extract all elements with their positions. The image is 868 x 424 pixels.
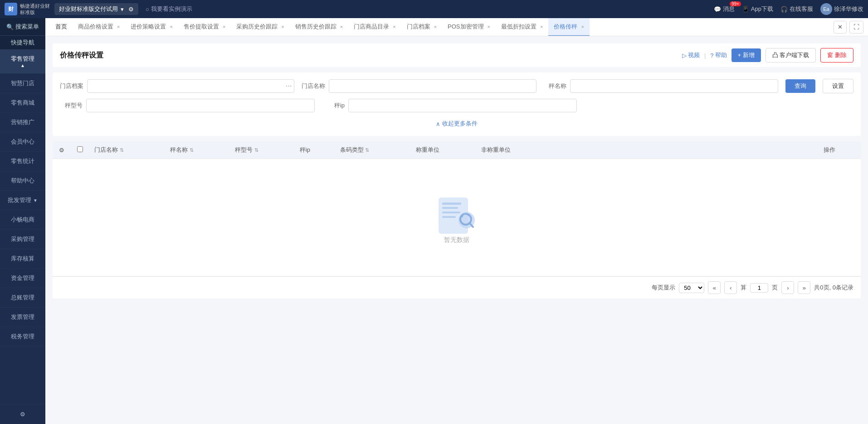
message-icon: 💬 bbox=[714, 6, 721, 13]
tab-purchase-strategy[interactable]: 进价策略设置 × bbox=[125, 18, 178, 36]
video-link[interactable]: ▷ 视频 bbox=[682, 51, 700, 59]
sidebar-item-retail-stats[interactable]: 零售统计 bbox=[0, 152, 45, 171]
message-badge: 99+ bbox=[730, 1, 741, 6]
tab-store-archive[interactable]: 门店档案 × bbox=[401, 18, 442, 36]
table-settings-icon[interactable]: ⚙ bbox=[59, 147, 64, 154]
empty-illustration bbox=[429, 191, 484, 236]
svg-point-9 bbox=[464, 214, 466, 215]
page-content: 价格传秤设置 ▷ 视频 | ? 帮助 + 新增 bbox=[45, 36, 868, 424]
sidebar-item-marketing[interactable]: 营销推广 bbox=[0, 113, 45, 132]
sidebar-item-small-ecom[interactable]: 小畅电商 bbox=[0, 210, 45, 230]
app-download-button[interactable]: 📱 App下载 bbox=[742, 5, 773, 13]
scale-model-input[interactable] bbox=[86, 99, 315, 112]
tab-sale-history[interactable]: 销售历史价跟踪 × bbox=[290, 18, 348, 36]
avatar: Ea bbox=[820, 3, 832, 15]
sidebar-item-inventory[interactable]: 库存核算 bbox=[0, 249, 45, 269]
store-name-label: 门店名称 bbox=[302, 82, 325, 90]
store-archive-dots-icon[interactable]: ··· bbox=[286, 82, 292, 90]
tab-close-pos-encrypt[interactable]: × bbox=[488, 24, 490, 29]
page-title: 价格传秤设置 bbox=[60, 51, 103, 60]
content-area: 首页 商品价格设置 × 进价策略设置 × 售价提取设置 × 采购历史价跟踪 × bbox=[45, 18, 868, 424]
sidebar-item-finance[interactable]: 资金管理 bbox=[0, 269, 45, 288]
tab-close-all-button[interactable]: ✕ bbox=[834, 21, 847, 34]
download-button[interactable]: 凸 客户端下载 bbox=[766, 48, 816, 63]
sidebar-search[interactable]: 🔍 搜索菜单 bbox=[0, 18, 45, 35]
tab-pos-encrypt[interactable]: POS加密管理 × bbox=[442, 18, 496, 36]
sidebar-item-member[interactable]: 会员中心 bbox=[0, 132, 45, 152]
empty-state-cell: 暂无数据 bbox=[53, 159, 861, 276]
store-name-input[interactable] bbox=[329, 79, 536, 93]
sidebar-item-smart-store[interactable]: 智慧门店 bbox=[0, 74, 45, 93]
sidebar-item-help[interactable]: 帮助中心 bbox=[0, 171, 45, 191]
svg-point-8 bbox=[461, 216, 463, 217]
tab-close-purchase-strategy[interactable]: × bbox=[170, 24, 172, 29]
data-table: ⚙ 门店名称 ⇅ bbox=[53, 141, 861, 276]
sidebar-item-retail[interactable]: 零售管理 ▲ bbox=[0, 49, 45, 74]
tab-bar-actions: ✕ ⛶ bbox=[834, 21, 863, 34]
delete-button[interactable]: 窗 删除 bbox=[820, 48, 853, 63]
setting-button[interactable]: 设置 bbox=[823, 79, 853, 93]
scale-name-input[interactable] bbox=[570, 79, 778, 93]
tab-close-purchase-history[interactable]: × bbox=[281, 24, 284, 29]
chevron-down-icon: ▾ bbox=[121, 6, 124, 13]
sidebar-item-general-ledger[interactable]: 总账管理 bbox=[0, 288, 45, 308]
tab-close-price-relay[interactable]: × bbox=[581, 24, 584, 29]
page-size-select[interactable]: 102050100 bbox=[679, 283, 704, 293]
tab-close-min-discount[interactable]: × bbox=[540, 24, 543, 29]
store-archive-input[interactable] bbox=[87, 79, 294, 93]
sort-scale-name-icon[interactable]: ⇅ bbox=[190, 147, 194, 153]
tab-price-setting[interactable]: 商品价格设置 × bbox=[73, 18, 125, 36]
collapse-button[interactable]: ∧ 收起更多条件 bbox=[60, 118, 853, 130]
select-all-checkbox[interactable] bbox=[77, 146, 83, 152]
sidebar-item-tax[interactable]: 税务管理 bbox=[0, 327, 45, 347]
store-archive-input-wrap: ··· bbox=[87, 79, 294, 93]
help-link[interactable]: ? 帮助 bbox=[710, 51, 727, 59]
sidebar-item-invoice[interactable]: 发票管理 bbox=[0, 308, 45, 327]
sidebar-item-purchase[interactable]: 采购管理 bbox=[0, 230, 45, 249]
message-button[interactable]: 💬 消息 99+ bbox=[714, 5, 735, 13]
tab-price-relay[interactable]: 价格传秤 × bbox=[548, 18, 589, 36]
top-bar-right: 💬 消息 99+ 📱 App下载 🎧 在线客服 Ea 徐泽华修改 bbox=[714, 3, 863, 15]
tab-sale-extract[interactable]: 售价提取设置 × bbox=[178, 18, 231, 36]
sidebar-item-wholesale[interactable]: 批发管理 ▼ bbox=[0, 191, 45, 210]
sidebar-item-retail-mall[interactable]: 零售商城 bbox=[0, 93, 45, 113]
page-number-input[interactable] bbox=[750, 283, 768, 293]
tab-purchase-history[interactable]: 采购历史价跟踪 × bbox=[231, 18, 289, 36]
tab-store-catalog[interactable]: 门店商品目录 × bbox=[348, 18, 401, 36]
sort-barcode-type-icon[interactable]: ⇅ bbox=[365, 147, 369, 153]
page-suffix: 页 bbox=[772, 284, 778, 292]
last-page-button[interactable]: » bbox=[798, 281, 810, 294]
th-weight-unit: 称重单位 bbox=[410, 141, 475, 159]
tab-close-store-archive[interactable]: × bbox=[434, 24, 437, 29]
th-gear: ⚙ bbox=[53, 141, 71, 159]
sort-store-name-icon[interactable]: ⇅ bbox=[120, 147, 124, 153]
page-header: 价格传秤设置 ▷ 视频 | ? 帮助 + 新增 bbox=[53, 43, 861, 67]
next-page-button[interactable]: › bbox=[781, 281, 794, 294]
page-prefix: 算 bbox=[741, 284, 746, 292]
prev-page-button[interactable]: ‹ bbox=[724, 281, 737, 294]
search-button[interactable]: 查询 bbox=[785, 79, 815, 93]
first-page-button[interactable]: « bbox=[708, 281, 721, 294]
sidebar-quick-nav[interactable]: 快捷导航 bbox=[0, 35, 45, 49]
scale-ip-input[interactable] bbox=[348, 99, 577, 112]
user-info[interactable]: Ea 徐泽华修改 bbox=[820, 3, 863, 15]
tab-home[interactable]: 首页 bbox=[50, 18, 73, 36]
tab-close-price-setting[interactable]: × bbox=[117, 24, 120, 29]
gear-icon[interactable]: ⚙ bbox=[128, 6, 134, 13]
table-area: ⚙ 门店名称 ⇅ bbox=[53, 141, 861, 299]
settings-icon: ⚙ bbox=[20, 411, 25, 418]
online-service-button[interactable]: 🎧 在线客服 bbox=[780, 5, 813, 13]
tab-close-store-catalog[interactable]: × bbox=[393, 24, 395, 29]
add-button[interactable]: + 新增 bbox=[731, 48, 761, 62]
pagination: 每页显示 102050100 « ‹ 算 页 › » 共0页, 0条记录 bbox=[53, 276, 861, 299]
tab-close-sale-history[interactable]: × bbox=[340, 24, 343, 29]
tab-close-sale-extract[interactable]: × bbox=[223, 24, 225, 29]
sort-scale-model-icon[interactable]: ⇅ bbox=[254, 147, 258, 153]
sidebar-gear-button[interactable]: ⚙ bbox=[0, 404, 45, 424]
svg-rect-1 bbox=[442, 202, 461, 205]
tab-expand-button[interactable]: ⛶ bbox=[849, 21, 863, 34]
video-icon: ▷ bbox=[682, 52, 687, 59]
version-selector[interactable]: 好业财标准版交付试用 ▾ ⚙ bbox=[54, 3, 138, 15]
tab-min-discount[interactable]: 最低折扣设置 × bbox=[496, 18, 548, 36]
demo-button[interactable]: ○ 我要看实例演示 bbox=[146, 5, 192, 13]
